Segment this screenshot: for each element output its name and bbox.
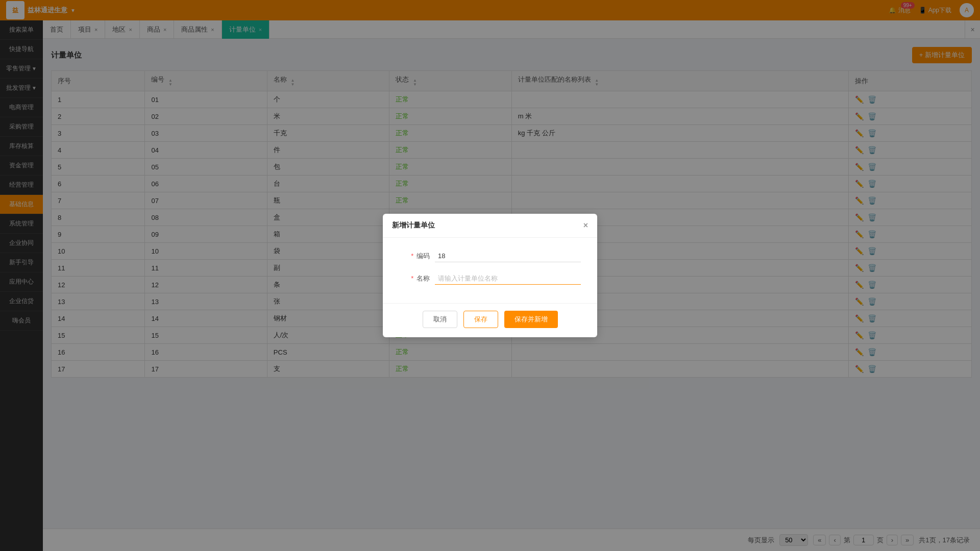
modal-header: 新增计量单位 ×: [383, 214, 597, 238]
modal-body: * 编码 * 名称: [383, 238, 597, 303]
name-required-mark: *: [411, 274, 413, 282]
name-label-text: 名称: [416, 274, 430, 282]
add-unit-modal: 新增计量单位 × * 编码 * 名称 取消 保存 保存并新增: [383, 214, 597, 337]
name-input[interactable]: [435, 272, 581, 285]
save-button[interactable]: 保存: [463, 311, 498, 328]
modal-title: 新增计量单位: [392, 221, 435, 230]
cancel-button[interactable]: 取消: [423, 311, 457, 328]
name-label: * 名称: [399, 274, 430, 283]
modal-close-button[interactable]: ×: [583, 221, 588, 230]
modal-overlay: 新增计量单位 × * 编码 * 名称 取消 保存 保存并新增: [0, 0, 980, 551]
form-row-name: * 名称: [399, 272, 581, 285]
save-and-new-button[interactable]: 保存并新增: [504, 311, 558, 328]
code-required-mark: *: [411, 252, 413, 260]
code-label: * 编码: [399, 252, 430, 261]
form-row-code: * 编码: [399, 250, 581, 262]
code-input[interactable]: [435, 250, 581, 262]
code-label-text: 编码: [416, 252, 430, 260]
modal-footer: 取消 保存 保存并新增: [383, 303, 597, 337]
